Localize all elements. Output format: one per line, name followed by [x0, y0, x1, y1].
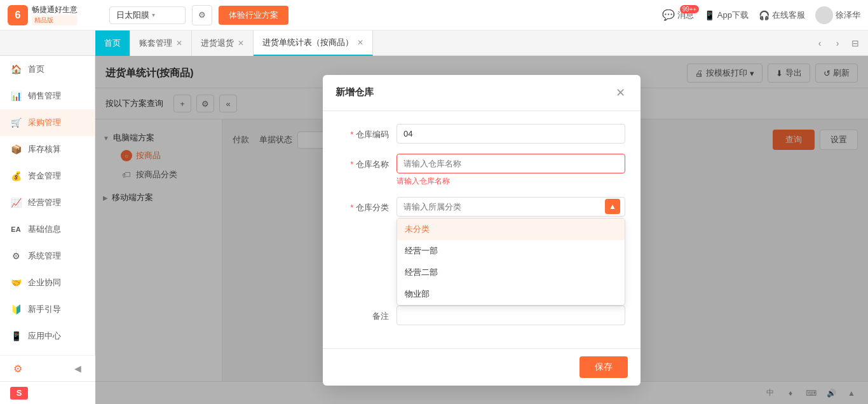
modal-overlay: 新增仓库 ✕ 仓库编码 仓库名称: [95, 56, 868, 404]
tab-accounts-close-icon[interactable]: ✕: [176, 39, 182, 48]
tab-returns-close-icon[interactable]: ✕: [238, 39, 244, 48]
logo-text: 畅捷通好生意 精品版: [32, 4, 78, 25]
sidebar-item-purchase-label: 采购管理: [28, 117, 61, 128]
tab-home-label: 首页: [104, 37, 121, 49]
code-label: 仓库编码: [338, 124, 389, 140]
dropdown-item-uncategorized[interactable]: 未分类: [397, 219, 625, 240]
sidebar-settings-button[interactable]: ⚙: [10, 361, 25, 376]
tab-accounts[interactable]: 账套管理 ✕: [130, 30, 192, 56]
sidebar-item-basic-info[interactable]: EA 基础信息: [0, 216, 95, 243]
note-label: 备注: [338, 306, 389, 322]
finance-icon: 💰: [10, 170, 22, 182]
logo-badge: 精品版: [32, 15, 78, 25]
guide-icon: 🔰: [10, 304, 22, 315]
top-right-area: 💬 消息 99++ 📱 App下载 🎧 在线客服 徐泽华: [662, 6, 860, 24]
category-select-wrapper: ▲: [397, 197, 625, 217]
tab-returns[interactable]: 进货退货 ✕: [192, 30, 254, 56]
store-selector[interactable]: 日太阳膜 ▾: [109, 6, 186, 24]
dropdown-item-dept1[interactable]: 经营一部: [397, 240, 625, 262]
note-form-row: 备注: [338, 306, 625, 325]
sidebar-item-sales-label: 销售管理: [28, 90, 61, 102]
sidebar-item-purchase[interactable]: 🛒 采购管理: [0, 109, 95, 136]
main-layout: 🏠 首页 📊 销售管理 🛒 采购管理 📦 库存核算 💰 资金管理 📈 经营管理 …: [0, 56, 868, 404]
note-input[interactable]: [397, 306, 625, 325]
chevron-down-icon: ▾: [152, 11, 155, 18]
tab-bar: 首页 账套管理 ✕ 进货退货 ✕ 进货单统计表（按商品） ✕ ‹ › ⊟: [0, 30, 868, 56]
sidebar-item-inventory-label: 库存核算: [28, 144, 61, 155]
sidebar-item-operations[interactable]: 📈 经营管理: [0, 189, 95, 216]
name-form-row: 仓库名称 请输入仓库名称: [338, 154, 625, 187]
category-dropdown: 未分类 经营一部 经营二部 物业部: [397, 218, 625, 306]
purchase-icon: 🛒: [10, 117, 22, 128]
tab-menu-button[interactable]: ⊟: [848, 36, 863, 51]
apps-icon: 📱: [10, 330, 22, 342]
modal-close-button[interactable]: ✕: [613, 85, 628, 100]
code-form-row: 仓库编码: [338, 124, 625, 144]
sidebar-item-operations-label: 经营管理: [28, 197, 61, 208]
store-name: 日太阳膜: [116, 10, 149, 21]
notification-badge: 99++: [680, 5, 699, 13]
sidebar-collapse-button[interactable]: ◀: [70, 361, 85, 376]
tab-prev-button[interactable]: ‹: [812, 36, 827, 51]
user-name: 徐泽华: [836, 10, 860, 21]
app-download-label: App下载: [717, 10, 749, 21]
sidebar-item-guide[interactable]: 🔰 新手引导: [0, 296, 95, 323]
bottom-left: S: [10, 387, 28, 400]
app-download-button[interactable]: 📱 App下载: [704, 10, 749, 21]
category-input[interactable]: [397, 197, 625, 217]
note-field: [397, 306, 625, 325]
sidebar-item-enterprise[interactable]: 🤝 企业协同: [0, 269, 95, 296]
tab-stats[interactable]: 进货单统计表（按商品） ✕: [254, 30, 373, 56]
online-service-button[interactable]: 🎧 在线客服: [759, 10, 805, 21]
messages-button[interactable]: 💬 消息 99++: [662, 9, 694, 21]
dropdown-item-dept2[interactable]: 经营二部: [397, 262, 625, 283]
settings-button[interactable]: ⚙: [192, 5, 212, 25]
category-form-row: 仓库分类 ▲ 未分类 经营一部 经营二部 物业部: [338, 197, 625, 217]
tab-next-button[interactable]: ›: [830, 36, 845, 51]
dropdown-item-dept3[interactable]: 物业部: [397, 283, 625, 305]
sidebar-item-finance[interactable]: 💰 资金管理: [0, 163, 95, 189]
name-error-msg: 请输入仓库名称: [397, 176, 625, 187]
sidebar: 🏠 首页 📊 销售管理 🛒 采购管理 📦 库存核算 💰 资金管理 📈 经营管理 …: [0, 56, 95, 404]
code-input[interactable]: [397, 124, 625, 144]
trial-button[interactable]: 体验行业方案: [219, 6, 288, 25]
modal-body: 仓库编码 仓库名称 请输入仓库名称: [323, 111, 641, 348]
sidebar-item-system-label: 系统管理: [28, 250, 61, 262]
tab-stats-close-icon[interactable]: ✕: [357, 38, 363, 47]
sidebar-item-apps[interactable]: 📱 应用中心: [0, 323, 95, 349]
new-warehouse-modal: 新增仓库 ✕ 仓库编码 仓库名称: [323, 75, 641, 386]
sidebar-item-home[interactable]: 🏠 首页: [0, 56, 95, 83]
sidebar-item-sales[interactable]: 📊 销售管理: [0, 83, 95, 109]
system-icon: ⚙: [10, 250, 22, 262]
sidebar-item-guide-label: 新手引导: [28, 304, 61, 315]
name-input[interactable]: [397, 154, 625, 173]
modal-footer: 保存: [323, 348, 641, 386]
enterprise-icon: 🤝: [10, 277, 22, 288]
code-field: [397, 124, 625, 144]
sidebar-item-finance-label: 资金管理: [28, 170, 61, 182]
basic-info-icon: EA: [10, 224, 22, 235]
save-button[interactable]: 保存: [580, 356, 628, 378]
online-service-label: 在线客服: [772, 10, 805, 21]
app-logo-icon: 6: [8, 5, 28, 25]
user-menu[interactable]: 徐泽华: [815, 6, 860, 24]
sales-icon: 📊: [10, 90, 22, 102]
category-field: ▲ 未分类 经营一部 经营二部 物业部: [397, 197, 625, 217]
modal-header: 新增仓库 ✕: [323, 75, 641, 111]
sidebar-item-enterprise-label: 企业协同: [28, 277, 61, 288]
gear-icon: ⚙: [198, 10, 206, 20]
sidebar-item-system[interactable]: ⚙ 系统管理: [0, 243, 95, 269]
name-field: 请输入仓库名称: [397, 154, 625, 187]
tab-controls: ‹ › ⊟: [812, 36, 868, 51]
modal-title: 新增仓库: [336, 86, 374, 98]
tab-stats-label: 进货单统计表（按商品）: [262, 37, 353, 48]
avatar: [815, 6, 833, 24]
sidebar-item-inventory[interactable]: 📦 库存核算: [0, 136, 95, 163]
inventory-icon: 📦: [10, 144, 22, 155]
tab-home[interactable]: 首页: [95, 30, 130, 56]
top-bar: 6 畅捷通好生意 精品版 日太阳膜 ▾ ⚙ 体验行业方案 💬 消息 99++ 📱…: [0, 0, 868, 30]
tab-accounts-label: 账套管理: [139, 37, 172, 49]
sidebar-item-home-label: 首页: [28, 64, 44, 75]
category-label: 仓库分类: [338, 197, 389, 213]
category-toggle-icon[interactable]: ▲: [605, 199, 620, 214]
